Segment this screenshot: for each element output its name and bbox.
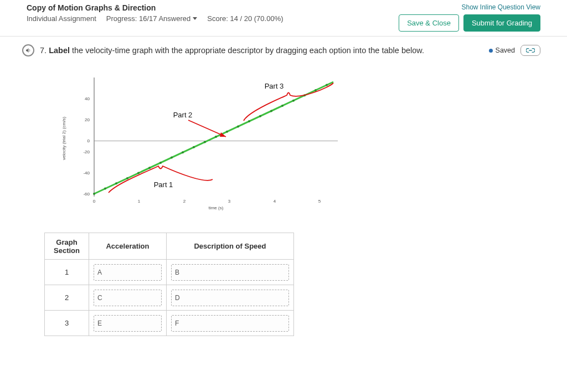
submit-grading-button[interactable]: Submit for Grading xyxy=(463,14,540,32)
dropzone-desc-1[interactable]: B xyxy=(171,264,289,281)
dropzone-accel-3[interactable]: E xyxy=(94,315,162,332)
progress-dropdown[interactable]: Progress: 16/17 Answered xyxy=(106,14,197,23)
dropzone-desc-3[interactable]: F xyxy=(171,315,289,332)
chevron-down-icon xyxy=(193,17,197,20)
svg-point-29 xyxy=(259,115,261,117)
svg-point-25 xyxy=(215,136,217,138)
svg-text:4: 4 xyxy=(274,199,276,204)
link-question-button[interactable] xyxy=(520,45,540,56)
y-axis-label: velocity (trial 2) (cm/s) xyxy=(61,117,66,161)
svg-text:2: 2 xyxy=(183,199,186,204)
svg-point-35 xyxy=(326,84,328,86)
table-row: 2 C D xyxy=(45,285,294,311)
saved-text: Saved xyxy=(496,47,515,54)
svg-point-30 xyxy=(270,110,272,112)
assignment-subline: Individual Assignment Progress: 16/17 An… xyxy=(27,14,284,23)
svg-point-14 xyxy=(93,193,95,195)
assignment-header: Copy of Motion Graphs & Direction Indivi… xyxy=(0,0,567,37)
question-text: 7. Label the velocity-time graph with th… xyxy=(40,46,483,55)
question-header: 7. Label the velocity-time graph with th… xyxy=(0,37,567,61)
save-close-button[interactable]: Save & Close xyxy=(399,14,459,32)
annotation-part2: Part 2 xyxy=(173,111,193,119)
answer-table-wrap: Graph Section Acceleration Description o… xyxy=(0,221,567,336)
svg-text:-60: -60 xyxy=(83,192,90,197)
question-label-word: Label xyxy=(49,46,70,55)
header-button-row: Save & Close Submit for Grading xyxy=(399,14,540,32)
audio-play-icon[interactable] xyxy=(22,44,34,56)
saved-dot-icon xyxy=(489,49,493,53)
svg-point-28 xyxy=(248,120,250,122)
th-description: Description of Speed xyxy=(167,233,294,260)
svg-text:0: 0 xyxy=(87,138,90,143)
table-row: 3 E F xyxy=(45,311,294,336)
svg-point-20 xyxy=(159,162,162,164)
y-ticks: -60 -40 -20 0 20 40 xyxy=(83,96,90,197)
svg-point-26 xyxy=(226,131,228,133)
svg-point-34 xyxy=(315,89,317,91)
svg-point-32 xyxy=(292,100,295,102)
dropzone-accel-2[interactable]: C xyxy=(94,290,162,306)
header-left: Copy of Motion Graphs & Direction Indivi… xyxy=(27,3,284,23)
annotation-part3: Part 3 xyxy=(265,82,284,90)
inline-question-view-link[interactable]: Show Inline Question View xyxy=(461,3,540,11)
assignment-title: Copy of Motion Graphs & Direction xyxy=(27,3,284,12)
annotation-part2-arrow xyxy=(188,120,226,137)
svg-text:1: 1 xyxy=(138,199,141,204)
answer-table: Graph Section Acceleration Description o… xyxy=(44,233,294,336)
saved-indicator: Saved xyxy=(489,47,515,54)
svg-text:3: 3 xyxy=(228,199,231,204)
svg-point-24 xyxy=(204,141,206,143)
th-acceleration: Acceleration xyxy=(89,233,167,260)
row-section: 3 xyxy=(45,311,89,336)
th-graph-section: Graph Section xyxy=(45,233,89,260)
header-right: Show Inline Question View Save & Close S… xyxy=(399,3,540,32)
table-row: 1 A B xyxy=(45,260,294,285)
question-rest: the velocity-time graph with the appropr… xyxy=(70,46,424,55)
svg-point-22 xyxy=(182,151,184,153)
svg-point-23 xyxy=(193,146,195,148)
svg-point-16 xyxy=(115,182,117,184)
svg-text:20: 20 xyxy=(85,117,90,122)
chart-svg: velocity (trial 2) (cm/s) time (s) -60 -… xyxy=(55,66,354,216)
saved-area: Saved xyxy=(489,45,540,56)
x-axis-label: time (s) xyxy=(209,205,224,210)
svg-text:0: 0 xyxy=(93,199,96,204)
annotation-part1: Part 1 xyxy=(154,180,173,189)
dropzone-desc-2[interactable]: D xyxy=(171,290,289,306)
svg-text:5: 5 xyxy=(318,199,321,204)
svg-point-27 xyxy=(237,125,239,127)
svg-text:40: 40 xyxy=(85,96,90,101)
svg-point-15 xyxy=(104,188,106,190)
svg-point-21 xyxy=(171,157,173,159)
question-number: 7. xyxy=(40,46,47,55)
row-section: 2 xyxy=(45,285,89,311)
svg-text:-20: -20 xyxy=(83,149,90,154)
x-ticks: 0 1 2 3 4 5 xyxy=(93,199,321,204)
row-section: 1 xyxy=(45,260,89,285)
velocity-time-graph: velocity (trial 2) (cm/s) time (s) -60 -… xyxy=(0,61,567,221)
svg-point-31 xyxy=(281,105,284,107)
assignment-type-label: Individual Assignment xyxy=(27,14,96,23)
svg-text:-40: -40 xyxy=(83,171,90,176)
dropzone-accel-1[interactable]: A xyxy=(94,264,162,281)
progress-label: Progress: 16/17 Answered xyxy=(106,14,190,23)
score-label: Score: 14 / 20 (70.00%) xyxy=(207,14,283,23)
